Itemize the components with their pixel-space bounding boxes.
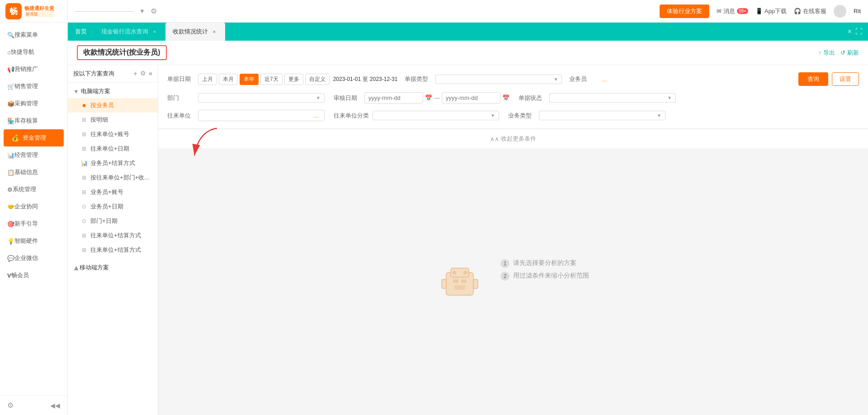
staff-account-icon: ⊞: [80, 189, 88, 196]
scheme-item-by-staff[interactable]: ● 按业务员: [68, 98, 158, 113]
sidebar-item-inventory[interactable]: 🏪 库存核算: [0, 112, 67, 129]
detail-scheme-icon: ⊞: [80, 116, 88, 123]
user-avatar[interactable]: [834, 5, 846, 18]
scheme-settings-icon[interactable]: ⚙: [140, 70, 146, 78]
download-icon: 📱: [755, 8, 763, 14]
export-button[interactable]: ↑ 导出: [819, 49, 835, 57]
doc-type-chevron-icon: ▼: [554, 77, 558, 82]
trial-button[interactable]: 体验行业方案: [660, 5, 709, 18]
review-date-end-input[interactable]: [442, 92, 500, 104]
filter-row-3: 往来单位 ... 往来单位分类 ▼: [167, 110, 859, 121]
sidebar-item-system[interactable]: ⚙ 系统管理: [0, 181, 67, 198]
tab-receipt-stat[interactable]: 收款情况统计 ×: [165, 23, 225, 41]
date-btn-custom[interactable]: 自定义: [305, 74, 330, 85]
review-date-start-input[interactable]: [364, 92, 423, 104]
staff-more-btn[interactable]: ...: [600, 76, 609, 83]
review-date-input-group: 📅 — 📅: [364, 92, 509, 104]
message-action[interactable]: ✉ 消息 99+: [717, 7, 748, 15]
scheme-group-desktop-title[interactable]: ▼ 电脑端方案: [68, 85, 158, 98]
tip-num-1: 1: [500, 259, 509, 268]
sidebar-item-member[interactable]: V 畅会员: [0, 267, 67, 284]
date-btn-this-month[interactable]: 本月: [219, 74, 238, 85]
tab-close-all-icon[interactable]: ×: [848, 28, 852, 36]
svg-rect-7: [454, 285, 465, 290]
sidebar-footer: ⚙ ◀◀: [0, 395, 67, 415]
scheme-item-unit-settle2[interactable]: ⊞ 往来单位+结算方式: [68, 243, 158, 257]
setting-button[interactable]: 设置: [832, 72, 859, 86]
wechat-icon: 💬: [7, 255, 14, 262]
calendar-start-icon[interactable]: 📅: [425, 94, 432, 101]
date-btn-more[interactable]: 更多: [284, 74, 303, 85]
finance-icon: 💰: [11, 134, 19, 142]
empty-illustration: [437, 259, 482, 304]
footer-settings-icon[interactable]: ⚙: [7, 401, 14, 410]
date-btn-this-year[interactable]: 本年: [240, 74, 259, 85]
online-service-action[interactable]: 🎧 在线客服: [794, 7, 826, 15]
dept-select[interactable]: ▼: [198, 93, 325, 103]
sidebar-item-purchase[interactable]: 📦 采购管理: [0, 95, 67, 112]
add-scheme-icon[interactable]: +: [133, 70, 137, 78]
sidebar-item-marketing[interactable]: 📢 营销推广: [0, 61, 67, 78]
unit-class-select[interactable]: ▼: [373, 111, 499, 120]
operation-icon: 📊: [7, 152, 14, 159]
date-options-group: 上月 本月 本年 近7天 更多 自定义: [198, 74, 330, 85]
svg-point-4: [463, 271, 467, 274]
unit-date-icon: ⊞: [80, 145, 88, 152]
mobile-group-arrow: ▶: [72, 265, 79, 270]
footer-collapse-icon[interactable]: ◀◀: [50, 402, 60, 409]
scheme-item-unit-settle1[interactable]: ⊞ 往来单位+结算方式: [68, 228, 158, 243]
scheme-item-unit-account[interactable]: ⊞ 往来单位+账号: [68, 127, 158, 141]
empty-tip-2: 2 用过滤条件来缩小分析范围: [500, 272, 589, 281]
dropdown-arrow-icon[interactable]: ▼: [139, 8, 145, 14]
filter-row-1-left: 单据日期 上月 本月 本年 近7天 更多 自定义: [167, 74, 609, 85]
date-btn-last-month[interactable]: 上月: [198, 74, 217, 85]
tab-home[interactable]: 首页: [68, 23, 94, 41]
doc-status-select[interactable]: ▼: [549, 93, 676, 103]
scheme-item-staff-account[interactable]: ⊞ 业务员+账号: [68, 185, 158, 199]
page-header-actions: ↑ 导出 ↺ 刷新: [819, 49, 859, 57]
panel-collapse-icon[interactable]: «: [149, 70, 152, 78]
sidebar-item-search[interactable]: 🔍 搜索菜单: [0, 26, 67, 43]
guide-icon: 🎯: [7, 221, 14, 227]
sidebar-item-basic[interactable]: 📋 基础信息: [0, 164, 67, 181]
date-btn-7days[interactable]: 近7天: [260, 74, 283, 85]
query-button[interactable]: 查询: [798, 72, 828, 86]
empty-area: 1 请先选择要分析的方案 2 用过滤条件来缩小分析范围: [158, 148, 868, 415]
sidebar-item-finance[interactable]: 💰 资金管理: [4, 129, 64, 146]
hardware-icon: 💡: [7, 238, 14, 245]
scheme-item-by-detail[interactable]: ⊞ 按明细: [68, 113, 158, 127]
sidebar-item-enterprise[interactable]: 🤝 企业协同: [0, 198, 67, 215]
refresh-button[interactable]: ↺ 刷新: [840, 49, 859, 57]
tab-bank-flow[interactable]: 现金银行流水查询 ×: [94, 23, 165, 41]
dept-chevron-icon: ▼: [316, 95, 321, 100]
page-title-box: 收款情况统计(按业务员): [77, 45, 167, 60]
collapse-up-icon: ∧∧: [490, 136, 499, 142]
sidebar-item-hardware[interactable]: 💡 智能硬件: [0, 232, 67, 250]
scheme-item-unit-dept[interactable]: ⊞ 按往来单位+部门+收...: [68, 170, 158, 185]
scheme-item-staff-settle[interactable]: 📊 业务员+结算方式: [68, 156, 158, 170]
scheme-group-mobile-title[interactable]: ▶ 移动端方案: [68, 261, 158, 274]
filter-doc-type-item: 单据类型 ▼: [405, 75, 562, 84]
sidebar-item-operation[interactable]: 📊 经营管理: [0, 146, 67, 164]
biz-type-select[interactable]: ▼: [539, 111, 665, 120]
scheme-item-dept-date[interactable]: ⊙ 部门+日期: [68, 214, 158, 228]
tab-bar-right: × ⛶: [848, 28, 868, 36]
sales-icon: 🛒: [7, 83, 14, 90]
app-download-action[interactable]: 📱 App下载: [755, 7, 787, 15]
tab-close-bank-flow[interactable]: ×: [151, 28, 158, 35]
calendar-end-icon[interactable]: 📅: [502, 94, 509, 101]
filter-date-item: 单据日期 上月 本月 本年 近7天 更多 自定义: [167, 74, 397, 85]
settings-gear-icon[interactable]: ⚙: [151, 7, 157, 15]
sidebar-item-wechat[interactable]: 💬 企业微信: [0, 250, 67, 267]
doc-type-select[interactable]: ▼: [435, 75, 562, 84]
scheme-item-unit-date[interactable]: ⊞ 往来单位+日期: [68, 141, 158, 156]
scheme-item-staff-date[interactable]: ⊙ 业务员+日期: [68, 199, 158, 214]
unit-select[interactable]: ...: [198, 110, 325, 121]
collapse-bar[interactable]: ∧∧ 收起更多条件: [158, 129, 868, 148]
sidebar-item-sales[interactable]: 🛒 销售管理: [0, 78, 67, 95]
sidebar-item-quick-nav[interactable]: ⌂ 快捷导航: [0, 43, 67, 61]
tab-maximize-icon[interactable]: ⛶: [855, 28, 863, 36]
sidebar-item-guide[interactable]: 🎯 新手引导: [0, 215, 67, 232]
unit-more-btn[interactable]: ...: [312, 112, 321, 119]
tab-close-receipt-stat[interactable]: ×: [211, 28, 218, 35]
